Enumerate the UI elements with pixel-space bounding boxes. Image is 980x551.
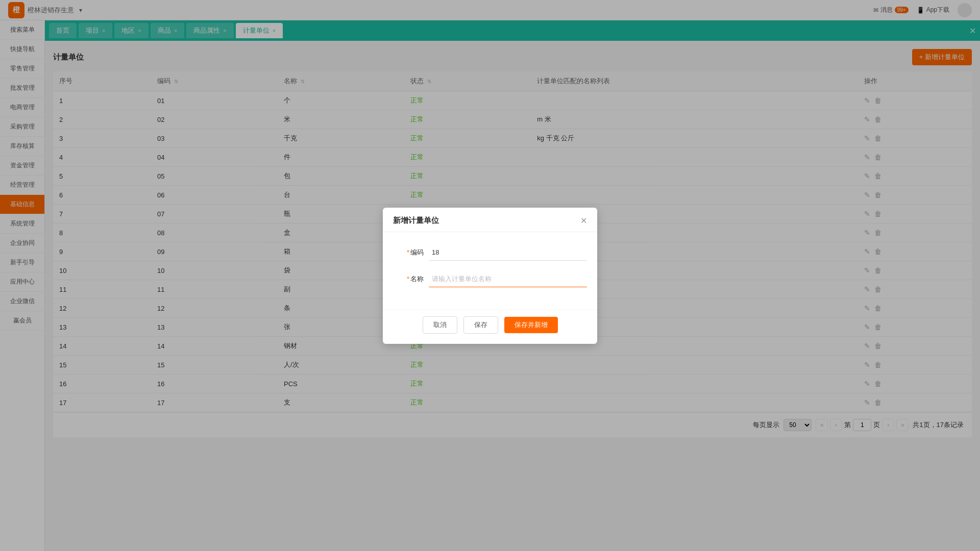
code-label: *编码 xyxy=(393,248,424,257)
name-input[interactable] xyxy=(429,271,587,287)
modal-body: *编码 *名称 xyxy=(383,232,597,310)
code-row: *编码 xyxy=(393,244,587,261)
name-row: *名称 xyxy=(393,271,587,287)
modal-title: 新增计量单位 xyxy=(393,216,439,226)
modal-close-btn[interactable]: ✕ xyxy=(580,216,587,226)
modal-overlay: 新增计量单位 ✕ *编码 *名称 取消 保存 保存并新增 xyxy=(0,0,980,551)
cancel-button[interactable]: 取消 xyxy=(423,316,457,334)
name-label: *名称 xyxy=(393,274,424,284)
modal-header: 新增计量单位 ✕ xyxy=(383,208,597,232)
save-and-new-button[interactable]: 保存并新增 xyxy=(504,317,558,333)
save-button[interactable]: 保存 xyxy=(463,316,498,334)
add-unit-modal: 新增计量单位 ✕ *编码 *名称 取消 保存 保存并新增 xyxy=(383,208,597,344)
code-input[interactable] xyxy=(429,244,587,261)
modal-footer: 取消 保存 保存并新增 xyxy=(383,310,597,344)
